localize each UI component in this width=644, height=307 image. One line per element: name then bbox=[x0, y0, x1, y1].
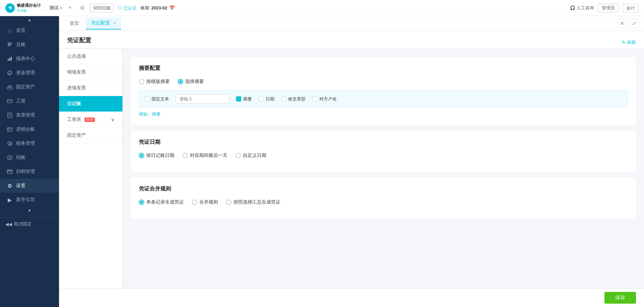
sidebar-item-fixed-assets[interactable]: 固定资产 bbox=[0, 80, 59, 94]
sidebar-item-label: 归档管理 bbox=[16, 169, 35, 175]
radio-circle-template bbox=[139, 79, 144, 84]
sidebar-item-label: 进销台账 bbox=[16, 126, 35, 132]
close-button[interactable]: ✕ bbox=[617, 19, 627, 28]
sidebar-item-label: 资金管理 bbox=[16, 70, 35, 76]
sidebar-scroll-down[interactable]: ▼ bbox=[0, 207, 59, 214]
left-nav-item-purchase[interactable]: 进项发票 bbox=[59, 80, 122, 96]
accountant-button[interactable]: 会计 bbox=[623, 4, 639, 12]
sidebar-item-closing[interactable]: 结账 bbox=[0, 150, 59, 165]
topbar-right: 🎧 人工咨询 管理员 会计 bbox=[570, 4, 639, 12]
sidebar: ▲ ⌂ 首页 总账 报表中心 ¥ 资金管理 固 bbox=[0, 16, 59, 307]
radio-single-record[interactable]: 单条记录生成凭证 bbox=[139, 199, 184, 205]
shield-icon: 🛡 bbox=[118, 5, 122, 10]
headphone-icon: 🎧 bbox=[570, 5, 575, 10]
radio-journal-date[interactable]: 按日记账日期 bbox=[139, 152, 174, 159]
checkbox-box-date bbox=[259, 96, 264, 101]
left-nav-item-fixed-assets[interactable]: 固定资产 bbox=[59, 128, 122, 143]
left-nav-item-journal[interactable]: 日记账 bbox=[59, 96, 122, 112]
calendar-icon[interactable]: 📅 bbox=[169, 5, 175, 10]
sidebar-item-label: 首页 bbox=[16, 28, 25, 34]
radio-select-summary[interactable]: 选择摘要 bbox=[178, 79, 204, 85]
left-nav-item-sales[interactable]: 销项发票 bbox=[59, 64, 122, 80]
main-layout: ▲ ⌂ 首页 总账 报表中心 ¥ 资金管理 固 bbox=[0, 16, 644, 307]
refresh-button[interactable]: ↻ 刷新 bbox=[622, 39, 636, 45]
fixed-text-input[interactable] bbox=[176, 94, 229, 103]
sidebar-item-archive[interactable]: 归档管理 bbox=[0, 165, 59, 179]
cancel-fixed-button[interactable]: ◀◀ 取消固定 bbox=[0, 217, 59, 230]
company-logo: 畅 畅捷通好会计 专业版 bbox=[5, 3, 41, 13]
checkbox-counterpart[interactable]: 对方户名 bbox=[312, 96, 337, 102]
save-button[interactable]: 保存 bbox=[604, 292, 636, 304]
fixed-text-label: 固定文本 bbox=[152, 96, 169, 102]
sidebar-item-label: 结账 bbox=[16, 155, 25, 161]
cancel-fixed-label: 取消固定 bbox=[14, 221, 32, 227]
summary-config-title: 摘要配置 bbox=[139, 65, 628, 72]
sidebar-item-ledger[interactable]: 总账 bbox=[0, 38, 59, 52]
switch-old-version-button[interactable]: 切到旧版 bbox=[90, 4, 114, 12]
radio-template-summary[interactable]: 按模版摘要 bbox=[139, 79, 170, 85]
expand-button[interactable]: ⤢ bbox=[629, 19, 639, 28]
company-icon-text: 畅 bbox=[9, 6, 12, 10]
sidebar-item-label: 税务管理 bbox=[16, 140, 35, 146]
radio-template-label: 按模版摘要 bbox=[146, 79, 170, 85]
sidebar-item-funds[interactable]: ¥ 资金管理 bbox=[0, 66, 59, 80]
consult-button[interactable]: 🎧 人工咨询 bbox=[570, 5, 594, 11]
radio-period-last[interactable]: 对应期间最后一天 bbox=[182, 152, 227, 159]
checkbox-box-counterpart bbox=[312, 96, 317, 101]
inner-layout: 公共选项 销项发票 进项发票 日记账 工资表 NEW ∨ 固定资产 bbox=[59, 49, 644, 288]
sidebar-item-label: 发票管理 bbox=[16, 112, 35, 118]
radio-custom-date[interactable]: 自定义日期 bbox=[235, 152, 266, 159]
tab-voucher-config[interactable]: 凭证配置 × bbox=[86, 17, 121, 30]
tab-home[interactable]: 首页 bbox=[64, 18, 85, 29]
radio-merge-rules[interactable]: 合并规则 bbox=[192, 199, 218, 205]
tab-actions: ✕ ⤢ bbox=[617, 19, 639, 28]
archive-icon bbox=[7, 169, 13, 175]
period-info: 账期 2023-02 📅 bbox=[141, 5, 175, 11]
sidebar-item-tax[interactable]: 税 税务管理 bbox=[0, 136, 59, 150]
radio-by-selection[interactable]: 按照选择汇总生成凭证 bbox=[226, 199, 280, 205]
tab-close-button[interactable]: × bbox=[113, 21, 116, 26]
funds-icon: ¥ bbox=[7, 70, 13, 76]
tax-icon: 税 bbox=[7, 140, 13, 146]
right-content: 摘要配置 按模版摘要 选择摘要 bbox=[123, 49, 644, 288]
tab-voucher-config-label: 凭证配置 bbox=[91, 20, 110, 26]
sidebar-item-label: 设置 bbox=[16, 183, 25, 189]
verified-badge: 🛡 已认证 bbox=[118, 5, 137, 11]
sidebar-scroll-up[interactable]: ▲ bbox=[0, 16, 59, 24]
checkbox-summary[interactable]: 摘要 bbox=[236, 96, 252, 102]
company-name: 畅捷通好会计 bbox=[17, 3, 41, 8]
radio-circle-merge bbox=[192, 200, 197, 205]
tab-home-label: 首页 bbox=[70, 20, 79, 26]
sidebar-item-settings[interactable]: ⚙ 设置 bbox=[0, 179, 59, 193]
merge-rules-radio-group: 单条记录生成凭证 合并规则 按照选择汇总生成凭证 bbox=[139, 199, 628, 205]
settings-icon[interactable]: ⚙ bbox=[78, 4, 86, 12]
checkbox-fixed-text[interactable]: 固定文本 bbox=[145, 96, 169, 102]
sidebar-item-guide[interactable]: ▶ 新手引导 bbox=[0, 193, 59, 207]
radio-circle-custom-date bbox=[235, 153, 241, 158]
sidebar-item-purchase-sales[interactable]: 进销台账 bbox=[0, 122, 59, 136]
sidebar-item-home[interactable]: ⌂ 首页 bbox=[0, 24, 59, 38]
period-value: 2023-02 bbox=[151, 5, 167, 10]
arrow-left-icon: ◀◀ bbox=[5, 222, 12, 227]
left-nav-item-public[interactable]: 公共选项 bbox=[59, 49, 122, 64]
left-nav-item-payroll-table[interactable]: 工资表 NEW ∨ bbox=[59, 112, 122, 128]
sidebar-item-payroll[interactable]: 工资 bbox=[0, 94, 59, 108]
project-name: 测试 bbox=[49, 5, 59, 11]
svg-rect-10 bbox=[7, 99, 12, 103]
verified-label: 已认证 bbox=[123, 5, 137, 11]
example-text: 例如：摘要 bbox=[139, 111, 628, 117]
add-project-button[interactable]: + bbox=[66, 4, 74, 12]
chevron-down-icon: ▾ bbox=[60, 6, 62, 10]
checkbox-income-type[interactable]: 收支类型 bbox=[281, 96, 306, 102]
radio-select-label: 选择摘要 bbox=[185, 79, 204, 85]
checkbox-box-summary bbox=[236, 96, 241, 101]
summary-checkbox-label: 摘要 bbox=[243, 96, 252, 102]
sidebar-item-invoice[interactable]: 发票管理 bbox=[0, 108, 59, 122]
income-type-label: 收支类型 bbox=[288, 96, 306, 102]
sidebar-item-reports[interactable]: 报表中心 bbox=[0, 52, 59, 66]
svg-text:¥: ¥ bbox=[8, 72, 10, 75]
radio-circle-period-last bbox=[182, 153, 188, 158]
admin-button[interactable]: 管理员 bbox=[598, 4, 619, 12]
project-selector[interactable]: 测试 ▾ bbox=[49, 5, 62, 11]
checkbox-date[interactable]: 日期 bbox=[259, 96, 274, 102]
